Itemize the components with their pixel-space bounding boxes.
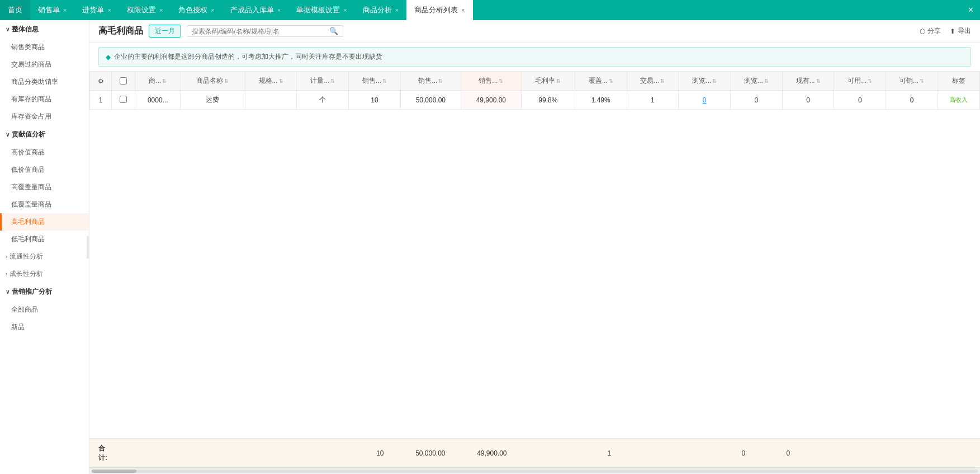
nav-template[interactable]: 单据模板设置 × [288,0,354,20]
sidebar-item-high-coverage[interactable]: 高覆盖量商品 [0,179,89,196]
footer-qty: 10 [376,449,384,457]
sidebar-item-new-goods[interactable]: 新品 [0,318,89,336]
window-close-button[interactable]: × [962,0,980,20]
close-inbound-tab[interactable]: × [277,7,281,13]
export-icon: ⬆ [950,27,955,35]
sort-unit-icon[interactable]: ⇅ [330,78,335,84]
close-sales-tab[interactable]: × [63,7,67,13]
sort-profit-icon[interactable]: ⇅ [499,78,503,84]
sort-coverage-icon[interactable]: ⇅ [609,78,613,84]
sort-views2-icon[interactable]: ⇅ [764,78,769,84]
nav-purchase[interactable]: 进货单 × [74,0,119,20]
row-coverage: 1.49% [575,91,627,110]
col-available-stock[interactable]: 可用... ⇅ [834,72,886,91]
sidebar-item-traded-goods[interactable]: 交易过的商品 [0,56,89,73]
sort-views1-icon[interactable]: ⇅ [712,78,717,84]
sidebar-group-contribution[interactable]: ∨ 贡献值分析 [0,125,89,144]
sort-qty-icon[interactable]: ⇅ [382,78,387,84]
col-code[interactable]: 商... ⇅ [135,72,181,91]
footer-available: 0 [787,449,820,457]
footer-transactions: 1 [608,449,641,457]
scrollbar-thumb[interactable] [92,470,136,473]
row-select-checkbox[interactable] [120,96,127,103]
nav-roles[interactable]: 角色授权 × [171,0,222,20]
nav-product-analysis-list[interactable]: 商品分析列表 × [406,0,472,20]
footer-label: 合计: [98,444,113,463]
nav-sales[interactable]: 销售单 × [30,0,74,20]
filter-month-button[interactable]: 近一月 [149,25,181,37]
nav-permissions[interactable]: 权限设置 × [119,0,171,20]
sort-sellable-icon[interactable]: ⇅ [920,78,924,84]
nav-product-analysis[interactable]: 商品分析 × [355,0,406,20]
export-button[interactable]: ⬆ 导出 [950,26,971,36]
col-views2[interactable]: 浏览... ⇅ [731,72,783,91]
nav-inbound[interactable]: 产成品入库单 × [222,0,288,20]
row-checkbox[interactable] [112,91,135,110]
share-button[interactable]: ⬡ 分享 [920,26,941,36]
col-transactions[interactable]: 交易... ⇅ [627,72,679,91]
col-tag[interactable]: 标签 [938,72,979,91]
main-layout: « ∨ 整体信息 销售类商品 交易过的商品 商品分类助销率 有库存的商品 库存资… [0,20,980,474]
sort-current-icon[interactable]: ⇅ [816,78,821,84]
sidebar-item-high-value[interactable]: 高价值商品 [0,144,89,161]
col-settings[interactable]: ⚙ [90,72,112,91]
col-coverage[interactable]: 覆盖... ⇅ [575,72,627,91]
close-analysis-list-tab[interactable]: × [461,7,465,13]
sidebar-item-low-margin[interactable]: 低毛利商品 [0,231,89,248]
sidebar-item-all-goods[interactable]: 全部商品 [0,301,89,318]
horizontal-scrollbar[interactable] [89,467,980,474]
sidebar-collapse-button[interactable]: « [87,236,89,259]
top-navigation: 首页 销售单 × 进货单 × 权限设置 × 角色授权 × 产成品入库单 × 单据… [0,0,980,20]
sidebar-item-category-rate[interactable]: 商品分类助销率 [0,73,89,91]
col-views1[interactable]: 浏览... ⇅ [679,72,731,91]
table-footer: 合计: 10 50,000.00 49,900.00 1 0 0 [89,438,980,467]
sort-amount-icon[interactable]: ⇅ [438,78,443,84]
col-checkbox[interactable] [112,72,135,91]
sort-name-icon[interactable]: ⇅ [224,78,229,84]
sidebar-item-low-coverage[interactable]: 低覆盖量商品 [0,196,89,213]
sort-code-icon[interactable]: ⇅ [162,78,167,84]
col-sales-amount[interactable]: 销售... ⇅ [400,72,461,91]
data-table-wrapper[interactable]: ⚙ 商... ⇅ 商品名称 [89,71,980,438]
diamond-icon: ◆ [106,53,111,61]
col-sellable-stock[interactable]: 可销... ⇅ [886,72,938,91]
col-sales-qty[interactable]: 销售... ⇅ [349,72,401,91]
header-actions: ⬡ 分享 ⬆ 导出 [920,26,971,36]
sidebar-item-in-stock[interactable]: 有库存的商品 [0,91,89,108]
sort-margin-icon[interactable]: ⇅ [556,78,561,84]
sidebar-group-overall[interactable]: ∨ 整体信息 [0,20,89,39]
col-unit[interactable]: 计量... ⇅ [297,72,349,91]
sort-available-icon[interactable]: ⇅ [868,78,872,84]
row-name: 运费 [181,91,245,110]
col-gross-margin[interactable]: 毛利率 ⇅ [521,72,575,91]
search-box: 🔍 [187,25,343,37]
sidebar-item-stock-capital[interactable]: 库存资金占用 [0,108,89,125]
row-spec [245,91,297,110]
close-analysis-tab[interactable]: × [395,7,399,13]
search-input[interactable] [192,27,329,35]
scrollbar-track[interactable] [92,470,978,473]
sidebar-item-high-margin[interactable]: 高毛利商品 [0,213,89,231]
sort-spec-icon[interactable]: ⇅ [279,78,283,84]
close-roles-tab[interactable]: × [211,7,214,13]
sort-transactions-icon[interactable]: ⇅ [660,78,665,84]
row-sellable-stock: 0 [886,91,938,110]
col-spec[interactable]: 规格... ⇅ [245,72,297,91]
sidebar-group-marketing[interactable]: ∨ 营销推广分析 [0,283,89,301]
sidebar-group-liquidity[interactable]: › 流通性分析 [0,248,89,265]
search-icon[interactable]: 🔍 [329,27,338,35]
nav-home[interactable]: 首页 [0,0,30,20]
select-all-checkbox[interactable] [120,77,127,85]
page-title: 高毛利商品 [98,25,143,37]
col-current-stock[interactable]: 现有... ⇅ [782,72,834,91]
close-permissions-tab[interactable]: × [159,7,163,13]
col-name[interactable]: 商品名称 ⇅ [181,72,245,91]
row-current-stock: 0 [782,91,834,110]
col-sales-profit[interactable]: 销售... ⇅ [461,72,521,91]
sidebar-group-growth[interactable]: › 成长性分析 [0,265,89,283]
close-template-tab[interactable]: × [343,7,347,13]
sidebar-item-sales-goods[interactable]: 销售类商品 [0,39,89,56]
sidebar-item-low-value[interactable]: 低价值商品 [0,161,89,179]
row-views1[interactable]: 0 [679,91,731,110]
close-purchase-tab[interactable]: × [107,7,111,13]
